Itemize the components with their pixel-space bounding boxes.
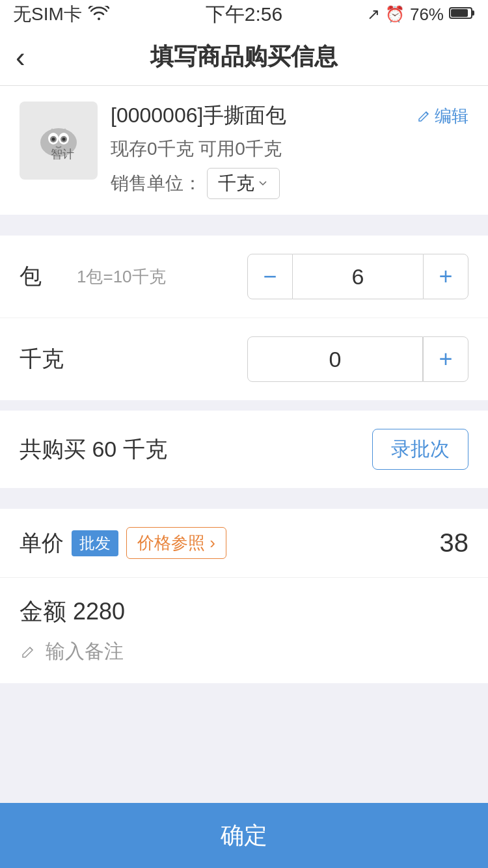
edit-button[interactable]: 编辑 — [416, 105, 468, 128]
svg-point-9 — [62, 138, 66, 141]
product-unit: 销售单位： 千克 — [111, 168, 468, 199]
kg-quantity-row: 千克 + — [0, 318, 488, 400]
product-stock: 现存0千克 可用0千克 — [111, 137, 468, 161]
amount-section: 金额 2280 输入备注 — [0, 578, 488, 683]
page-title: 填写商品购买信息 — [150, 41, 338, 73]
kg-plus-button[interactable]: + — [423, 336, 468, 382]
location-icon: ↗ — [367, 5, 380, 23]
wifi-icon — [88, 4, 109, 25]
status-left: 无SIM卡 — [13, 2, 109, 27]
product-image: 智计 — [20, 102, 98, 180]
remark-label: 输入备注 — [46, 638, 124, 665]
kg-quantity-control: + — [247, 336, 468, 382]
bao-quantity-control: − + — [247, 254, 468, 299]
page-content: 智计 [0000006]手撕面包 编辑 现存0千克 可用0千克 销售单位： 千克 — [0, 86, 488, 868]
price-tag: 批发 — [72, 530, 118, 556]
alarm-icon: ⏰ — [385, 5, 405, 23]
batch-button[interactable]: 录批次 — [372, 429, 468, 470]
summary-row: 共购买 60 千克 录批次 — [0, 411, 488, 488]
price-value: 38 — [440, 528, 469, 558]
product-header: [0000006]手撕面包 编辑 — [111, 102, 468, 130]
svg-rect-1 — [472, 10, 474, 16]
battery-icon — [449, 5, 475, 25]
bao-label: 包 — [20, 262, 72, 292]
summary-text: 共购买 60 千克 — [20, 435, 167, 465]
price-label: 单价 批发 价格参照 › — [20, 527, 226, 559]
confirm-bar[interactable]: 确定 — [0, 803, 488, 868]
price-ref-button[interactable]: 价格参照 › — [126, 527, 226, 559]
remark-row[interactable]: 输入备注 — [20, 638, 468, 665]
back-button[interactable]: ‹ — [16, 41, 25, 74]
bao-input[interactable] — [293, 254, 423, 299]
pencil-icon — [20, 643, 38, 661]
bao-sublabel: 1包=10千克 — [77, 265, 247, 288]
status-time: 下午2:56 — [206, 1, 282, 28]
unit-select[interactable]: 千克 — [207, 168, 280, 199]
divider-1 — [0, 225, 488, 236]
price-section: 单价 批发 价格参照 › 38 — [0, 509, 488, 578]
kg-label: 千克 — [20, 344, 72, 374]
status-bar: 无SIM卡 下午2:56 ↗ ⏰ 76% — [0, 0, 488, 29]
product-info: [0000006]手撕面包 编辑 现存0千克 可用0千克 销售单位： 千克 — [111, 102, 468, 199]
bao-plus-button[interactable]: + — [423, 254, 468, 299]
kg-input[interactable] — [247, 336, 423, 382]
bao-quantity-row: 包 1包=10千克 − + — [0, 236, 488, 318]
status-right: ↗ ⏰ 76% — [367, 5, 475, 25]
confirm-button[interactable]: 确定 — [221, 820, 267, 852]
svg-rect-2 — [451, 9, 468, 17]
product-name: [0000006]手撕面包 — [111, 102, 286, 130]
divider-2 — [0, 400, 488, 411]
amount-text: 金额 2280 — [20, 596, 468, 628]
divider-3 — [0, 498, 488, 509]
product-card: 智计 [0000006]手撕面包 编辑 现存0千克 可用0千克 销售单位： 千克 — [0, 86, 488, 215]
carrier-text: 无SIM卡 — [13, 2, 82, 27]
nav-bar: ‹ 填写商品购买信息 — [0, 29, 488, 86]
battery-text: 76% — [410, 5, 444, 25]
svg-point-8 — [52, 138, 55, 141]
bao-minus-button[interactable]: − — [247, 254, 293, 299]
svg-text:智计: 智计 — [51, 148, 74, 161]
